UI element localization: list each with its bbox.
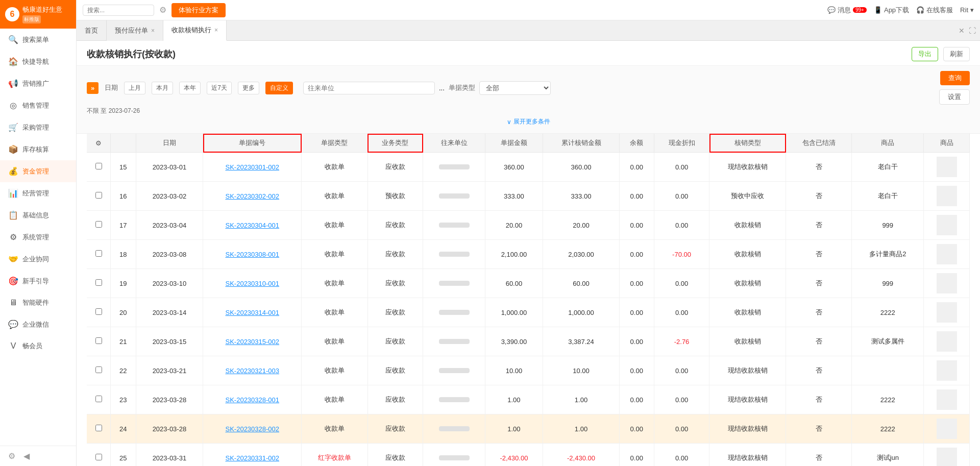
sidebar-item-guide[interactable]: 🎯 新手引导 [0,270,76,292]
last-month-btn[interactable]: 上月 [124,82,145,94]
th-gear[interactable]: ⚙ [87,134,111,153]
sidebar-item-system[interactable]: ⚙ 系统管理 [0,226,76,248]
cell-checkbox[interactable] [87,269,111,298]
tab-fullscreen-icon[interactable]: ⛶ [969,27,976,35]
online-service-item[interactable]: 🎧 在线客服 [916,6,953,15]
expand-icon: ∨ [507,118,511,126]
sidebar-item-basic[interactable]: 📋 基础信息 [0,204,76,226]
table-row[interactable]: 19 2023-03-10 SK-20230310-001 收款单 应收款 60… [87,269,970,298]
cell-checkbox[interactable] [87,240,111,269]
sidebar-item-wechat[interactable]: 💬 企业微信 [0,313,76,335]
settings-button[interactable]: 设置 [939,89,970,105]
bill-type-select[interactable]: 全部 收款单 付款单 [479,81,551,95]
th-bill-no[interactable]: 单据编号 [203,134,302,153]
tab-receipt-close[interactable]: × [214,27,218,34]
cell-checkbox[interactable] [87,211,111,240]
cell-biz-type: 应收款 [368,385,423,414]
table-row[interactable]: 17 2023-03-04 SK-20230304-001 收款单 应收款 20… [87,211,970,240]
cell-bill-no[interactable]: SK-20230321-003 [203,356,302,385]
cell-checkbox[interactable] [87,385,111,414]
th-biz-type[interactable]: 业务类型 [368,134,423,153]
search-input[interactable] [83,5,154,16]
collapse-icon[interactable]: ◀ [23,451,30,461]
cell-bill-no[interactable]: SK-20230315-002 [203,327,302,356]
th-cancel-type[interactable]: 核销类型 [709,134,786,153]
cell-bill-no[interactable]: SK-20230301-002 [203,153,302,182]
th-partner[interactable]: 往来单位 [423,134,485,153]
cell-bill-no[interactable]: SK-20230328-002 [203,414,302,444]
table-row[interactable]: 25 2023-03-31 SK-20230331-002 红字收款单 应收款 … [87,444,970,467]
this-year-btn[interactable]: 本年 [179,82,201,94]
tab-home[interactable]: 首页 [77,20,107,41]
table-row[interactable]: 21 2023-03-15 SK-20230315-002 收款单 应收款 3,… [87,327,970,356]
th-discount[interactable]: 现金折扣 [654,134,709,153]
sidebar-item-nav[interactable]: 🏠 快捷导航 [0,51,76,72]
messages-item[interactable]: 💬 消息 99+ [827,6,867,15]
cell-checkbox[interactable] [87,327,111,356]
cell-checkbox[interactable] [87,153,111,182]
more-btn[interactable]: 更多 [238,82,259,94]
sidebar-item-member[interactable]: V 畅会员 [0,335,76,357]
table-row[interactable]: 18 2023-03-08 SK-20230308-001 收款单 应收款 2,… [87,240,970,269]
table-row[interactable]: 20 2023-03-14 SK-20230314-001 收款单 应收款 1,… [87,298,970,327]
cell-checkbox[interactable] [87,298,111,327]
sidebar-item-finance[interactable]: 💰 资金管理 [0,160,76,182]
settings-bottom-icon[interactable]: ⚙ [8,451,15,461]
settings-icon[interactable]: ⚙ [159,5,166,15]
sidebar-item-search[interactable]: 🔍 搜索菜单 [0,29,76,51]
filter-collapse-btn[interactable]: » [87,82,99,94]
app-download-item[interactable]: 📱 App下载 [874,6,909,15]
cell-bill-no[interactable]: SK-20230302-002 [203,182,302,211]
table-row[interactable]: 22 2023-03-21 SK-20230321-003 收款单 应收款 10… [87,356,970,385]
sidebar-item-hardware[interactable]: 🖥 智能硬件 [0,292,76,313]
refresh-button[interactable]: 刷新 [943,47,970,61]
cell-bill-no[interactable]: SK-20230314-001 [203,298,302,327]
user-item[interactable]: Rit ▾ [960,6,974,14]
th-product[interactable]: 商品 [852,134,924,153]
cell-bill-no[interactable]: SK-20230308-001 [203,240,302,269]
tab-close-all-icon[interactable]: ✕ [959,27,965,35]
cell-bill-no[interactable]: SK-20230310-001 [203,269,302,298]
th-amount[interactable]: 单据金额 [485,134,543,153]
th-include-settled[interactable]: 包含已结清 [786,134,852,153]
partner-unit-input[interactable] [303,82,435,94]
table-row[interactable]: 23 2023-03-28 SK-20230328-001 收款单 应收款 1.… [87,385,970,414]
query-button[interactable]: 查询 [940,71,970,85]
industry-btn[interactable]: 体验行业方案 [172,3,226,17]
th-accum-amount[interactable]: 累计核销金额 [543,134,620,153]
this-month-btn[interactable]: 本月 [152,82,173,94]
table-row[interactable]: 24 2023-03-28 SK-20230328-002 收款单 应收款 1.… [87,414,970,444]
th-balance[interactable]: 余额 [619,134,654,153]
table-row[interactable]: 15 2023-03-01 SK-20230301-002 收款单 应收款 36… [87,153,970,182]
cell-checkbox[interactable] [87,414,111,444]
sidebar-item-sales[interactable]: ◎ 销售管理 [0,94,76,116]
cell-amount: -2,430.00 [485,444,543,467]
cell-seq: 19 [111,269,136,298]
last7days-btn[interactable]: 近7天 [207,82,232,94]
cell-bill-no[interactable]: SK-20230331-002 [203,444,302,467]
expand-more-btn[interactable]: ∨ 展开更多条件 [87,115,970,128]
cell-bill-no[interactable]: SK-20230328-001 [203,385,302,414]
sidebar-item-operations[interactable]: 📊 经营管理 [0,182,76,204]
sidebar-item-purchase[interactable]: 🛒 采购管理 [0,116,76,138]
table-row[interactable]: 16 2023-03-02 SK-20230302-002 收款单 预收款 33… [87,182,970,211]
cell-checkbox[interactable] [87,356,111,385]
export-button[interactable]: 导出 [912,47,938,61]
cell-checkbox[interactable] [87,444,111,467]
sidebar-item-inventory[interactable]: 📦 库存核算 [0,138,76,160]
th-bill-type[interactable]: 单据类型 [302,134,368,153]
cell-discount: 0.00 [654,444,709,467]
sidebar-item-marketing[interactable]: 📢 营销推广 [0,72,76,94]
cell-biz-type: 应收款 [368,414,423,444]
table-wrap[interactable]: ⚙ 日期 单据编号 单据类型 业务类型 往来单位 单据金额 累计核销金额 余额 … [77,134,980,466]
tab-prepay[interactable]: 预付应付单 × [107,20,163,41]
tab-prepay-close[interactable]: × [151,27,155,34]
custom-btn[interactable]: 自定义 [265,82,293,94]
th-date[interactable]: 日期 [136,134,203,153]
cell-checkbox[interactable] [87,182,111,211]
th-product2[interactable]: 商品 [924,134,970,153]
sidebar-item-enterprise[interactable]: 🤝 企业协同 [0,248,76,270]
online-service-label: 在线客服 [926,6,953,15]
cell-bill-no[interactable]: SK-20230304-001 [203,211,302,240]
tab-receipt-exec[interactable]: 收款核销执行 × [163,20,227,41]
